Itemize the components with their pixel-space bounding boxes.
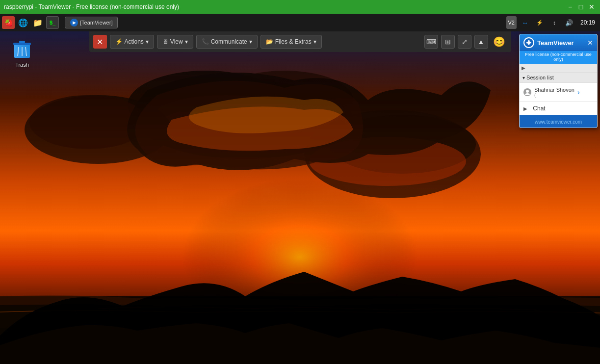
tray-bt-icon[interactable]: ⚡ [533,16,546,29]
files-icon[interactable]: 📁 [31,16,44,29]
browser-icon[interactable]: 🌐 [17,16,29,29]
tray-sound-icon[interactable]: 🔊 [563,16,575,29]
tv-session-arrow: › [577,88,580,96]
communicate-button[interactable]: 📞 Communicate ▾ [196,35,258,49]
tv-panel-header: TeamViewer ✕ [520,34,597,51]
tv-session-list: Shahriar Shovon ( › [520,83,597,102]
tv-chat-row[interactable]: ▶ Chat [520,102,597,115]
session-tab-label: [TeamViewer] [80,20,112,26]
teamviewer-panel: TeamViewer ✕ Free license (non-commercia… [519,34,598,128]
tray-time: 20:19 [577,16,598,29]
view-button[interactable]: 🖥 View ▾ [157,35,193,49]
monitor-icon: 🖥 [162,38,168,45]
tray-v2-icon[interactable]: V2 [506,16,517,29]
desktop-icons: Trash [5,36,39,70]
communicate-chevron: ▾ [249,38,252,45]
desktop-background [0,31,600,364]
tv-panel-body: ▶ ▾ Session list Sha [520,64,597,115]
keyboard-icon-button[interactable]: ⌨ [424,35,438,49]
tv-session-sub: ( [534,93,574,98]
smiley-button[interactable]: 😊 [491,35,507,49]
tv-panel-subtitle: Free license (non-commercial use only) [520,51,597,64]
view-label: View [170,38,183,45]
tv-panel-close-button[interactable]: ✕ [587,39,593,46]
user-avatar-svg [524,89,530,95]
maximize-button[interactable]: □ [576,2,585,11]
main-area: Trash ✕ ⚡ Actions ▾ 🖥 View ▾ 📞 Communica… [0,31,600,364]
actions-label: Actions [125,38,144,45]
session-toolbar: ✕ ⚡ Actions ▾ 🖥 View ▾ 📞 Communicate ▾ 📂… [89,31,511,52]
tray-tv-icon[interactable]: ↔ [519,16,531,29]
tv-panel-title: TeamViewer [537,39,584,47]
actions-button[interactable]: ⚡ Actions ▾ [110,35,154,49]
tray-network-icon[interactable]: ↕ [548,16,561,29]
expand-icon-button[interactable]: ⤢ [458,35,471,49]
session-tab[interactable]: ▶ [TeamViewer] [65,17,118,28]
tv-session-list-header[interactable]: ▾ Session list [520,73,597,83]
grid-icon-button[interactable]: ⊞ [441,35,455,49]
minimize-button[interactable]: − [566,2,574,11]
files-chevron: ▾ [313,38,316,45]
tv-chat-expand-icon: ▶ [523,106,527,111]
top-taskbar: 🍓 🌐 📁 $_ ▶ [TeamViewer] V2 ↔ ⚡ ↕ 🔊 20:19 [0,14,600,31]
window-title: raspberrypi - TeamViewer - Free license … [4,3,566,10]
folder-icon: 📂 [266,38,273,45]
tv-session-item[interactable]: Shahriar Shovon ( › [520,85,597,100]
trash-label: Trash [15,62,29,68]
trash-icon-image [12,38,32,61]
lightning-icon: ⚡ [115,38,123,45]
svg-point-22 [527,41,530,44]
actions-chevron: ▾ [146,38,149,45]
tv-logo [523,37,534,48]
svg-point-23 [526,90,529,93]
view-chevron: ▾ [185,38,188,45]
tv-session-username: Shahriar Shovon [534,87,574,93]
terminal-icon[interactable]: $_ [46,16,59,29]
trash-desktop-icon[interactable]: Trash [5,36,39,70]
window-controls: − □ ✕ [566,2,596,11]
teamviewer-small-icon: ▶ [70,19,78,26]
chevron-up-button[interactable]: ▲ [474,35,488,49]
close-window-button[interactable]: ✕ [587,2,596,11]
tv-logo-svg [524,38,533,47]
tv-footer: www.teamviewer.com [520,115,597,128]
tv-expand-icon: ▶ [522,65,525,71]
tv-session-list-label: Session list [526,75,554,80]
communicate-label: Communicate [211,38,247,45]
session-close-button[interactable]: ✕ [93,35,107,49]
tv-user-avatar [523,88,531,96]
files-extras-label: Files & Extras [275,38,312,45]
tv-session-info: Shahriar Shovon ( [534,87,574,98]
tv-collapse-icon: ▾ [522,75,525,80]
title-bar: raspberrypi - TeamViewer - Free license … [0,0,600,14]
raspberry-icon[interactable]: 🍓 [2,16,15,29]
files-extras-button[interactable]: 📂 Files & Extras ▾ [261,35,322,49]
tv-chat-label: Chat [533,105,545,112]
tv-expand-row[interactable]: ▶ [520,64,597,73]
session-toolbar-wrapper: ✕ ⚡ Actions ▾ 🖥 View ▾ 📞 Communicate ▾ 📂… [89,31,511,52]
svg-rect-17 [19,41,25,43]
tv-footer-link[interactable]: www.teamviewer.com [535,119,582,125]
phone-icon: 📞 [202,38,209,45]
